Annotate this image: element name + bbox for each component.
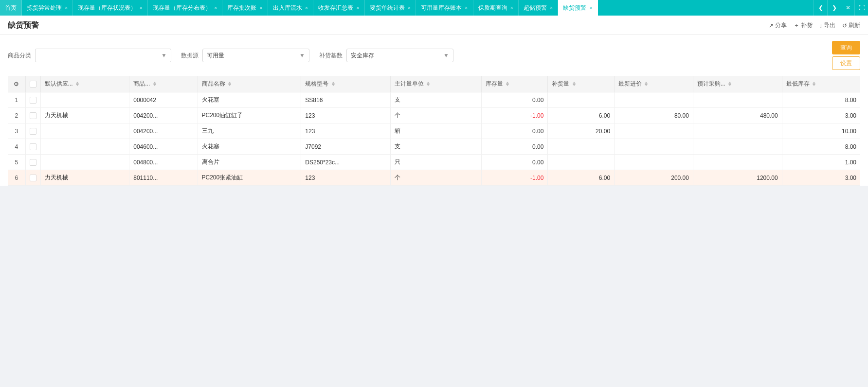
row-supplier [40,155,129,170]
row-checkbox-cell [25,108,40,123]
row-product-name: PC200油缸缸子 [198,108,301,123]
sort-spec-icon[interactable] [332,82,335,86]
nav-tab-expiry-query[interactable]: 保质期查询× [473,0,519,16]
restock-icon: ＋ [794,21,799,30]
sort-minstock-icon[interactable] [813,82,815,86]
row-checkbox[interactable] [30,159,36,166]
category-select[interactable]: ▼ [35,49,171,62]
row-product-name: PC200张紧油缸 [198,170,301,186]
th-checkbox [25,76,40,92]
nav-next-button[interactable]: ❯ [827,0,841,16]
table-row: 2 力天机械 004200... PC200油缸缸子 123 个 -1.00 6… [8,108,860,123]
sort-restock-icon[interactable] [573,82,576,86]
header-actions: ↗ 分享 ＋ 补货 ↓ 导出 ↺ 刷新 [769,21,860,30]
nav-tab-overstock-warning[interactable]: 超储预警× [519,0,558,16]
nav-prev-button[interactable]: ❮ [814,0,827,16]
row-est-purchase [693,155,782,170]
column-settings-icon[interactable]: ⚙ [14,81,19,88]
row-checkbox[interactable] [30,175,36,181]
nav-tab-close-icon[interactable]: × [305,5,308,11]
nav-close-button[interactable]: ✕ [841,0,854,16]
row-min-stock: 1.00 [782,155,860,170]
th-est-purchase: 预计采购... [693,76,782,92]
row-restock-qty: 6.00 [548,170,615,186]
nav-tab-close-icon[interactable]: × [510,5,513,11]
row-latest-price: 200.00 [615,170,693,186]
nav-tab-close-icon[interactable]: × [356,5,359,11]
row-num: 5 [8,155,25,170]
nav-tab-close-icon[interactable]: × [65,5,68,11]
nav-tab-demand-stats[interactable]: 要货单统计表× [365,0,416,16]
nav-tab-close-icon[interactable]: × [465,5,468,11]
restock-button[interactable]: ＋ 补货 [794,21,813,30]
datasource-filter-group: 数据源 可用量 ▼ [181,49,309,62]
nav-tab-available-ledger[interactable]: 可用量库存账本× [416,0,473,16]
export-label: 导出 [824,21,835,30]
table-row: 4 004600... 火花塞 J7092 支 0.00 8.00 [8,139,860,155]
nav-tab-batch-account[interactable]: 库存批次账× [222,0,268,16]
row-min-stock: 8.00 [782,139,860,155]
nav-tab-label: 拣货异常处理 [27,4,62,12]
sort-name-icon[interactable] [228,82,231,86]
sort-stock-icon[interactable] [506,82,509,86]
sort-code-icon[interactable] [153,82,156,86]
nav-tab-close-icon[interactable]: × [550,5,553,11]
export-button[interactable]: ↓ 导出 [819,21,835,30]
row-min-stock: 3.00 [782,108,860,123]
nav-tab-close-icon[interactable]: × [214,5,217,11]
nav-tab-label: 要货单统计表 [370,4,405,12]
row-checkbox-cell [25,155,40,170]
row-stock-qty: 0.00 [481,139,548,155]
row-checkbox[interactable] [30,128,36,135]
row-num: 3 [8,123,25,139]
row-latest-price: 80.00 [615,108,693,123]
nav-tab-label: 出入库流水 [273,4,302,12]
nav-tab-in-out-flow[interactable]: 出入库流水× [268,0,313,16]
nav-tab-label: 收发存汇总表 [318,4,353,12]
row-est-purchase: 480.00 [693,108,782,123]
share-button[interactable]: ↗ 分享 [769,21,787,30]
nav-tab-stock-dist[interactable]: 现存量（库存分布表）× [148,0,222,16]
row-spec: 123 [301,123,391,139]
row-checkbox[interactable] [30,97,36,104]
row-latest-price [615,155,693,170]
row-checkbox[interactable] [30,143,36,150]
table-row: 5 004800... 离合片 DS250*23c... 只 0.00 1.00 [8,155,860,170]
nav-tab-home[interactable]: 首页 [0,0,22,16]
nav-fullscreen-button[interactable]: ⛶ [854,0,868,16]
nav-tab-close-icon[interactable]: × [589,5,592,11]
datasource-label: 数据源 [181,52,199,60]
sort-unit-icon[interactable] [427,82,430,86]
restockbase-select[interactable]: 安全库存 ▼ [346,49,453,62]
row-stock-qty: 0.00 [481,155,548,170]
page-header: 缺货预警 ↗ 分享 ＋ 补货 ↓ 导出 ↺ 刷新 [0,16,868,35]
nav-tab-collection-summary[interactable]: 收发存汇总表× [313,0,364,16]
select-all-checkbox[interactable] [30,81,36,88]
th-latest-price: 最新进价 [615,76,693,92]
row-est-purchase: 1200.00 [693,170,782,186]
restock-label: 补货 [801,21,813,30]
query-button[interactable]: 查询 [832,41,860,54]
category-chevron-icon: ▼ [161,52,167,59]
settings-button[interactable]: 设置 [832,56,860,70]
th-spec: 规格型号 [301,76,391,92]
sort-supplier-icon[interactable] [76,82,79,86]
table-header: ⚙ 默认供应... 商品... [8,76,860,92]
nav-tab-shortage-warning[interactable]: 缺货预警× [558,0,597,16]
category-label: 商品分类 [8,52,31,60]
nav-tab-stock-status[interactable]: 现存量（库存状况表）× [73,0,147,16]
nav-tab-close-icon[interactable]: × [259,5,262,11]
row-restock-qty [548,155,615,170]
nav-tab-close-icon[interactable]: × [139,5,142,11]
row-checkbox[interactable] [30,112,36,119]
table-row: 1 0000042 火花塞 SS816 支 0.00 8.00 [8,92,860,108]
nav-tab-exception[interactable]: 拣货异常处理× [22,0,73,16]
nav-tab-close-icon[interactable]: × [408,5,411,11]
refresh-button[interactable]: ↺ 刷新 [842,21,860,30]
row-product-code: 004600... [129,139,198,155]
sort-price-icon[interactable] [645,82,648,86]
filter-action-buttons: 查询 设置 [832,41,860,70]
sort-est-icon[interactable] [728,82,731,86]
datasource-select[interactable]: 可用量 ▼ [202,49,309,62]
table-body: 1 0000042 火花塞 SS816 支 0.00 8.00 2 力天机械 0… [8,92,860,186]
